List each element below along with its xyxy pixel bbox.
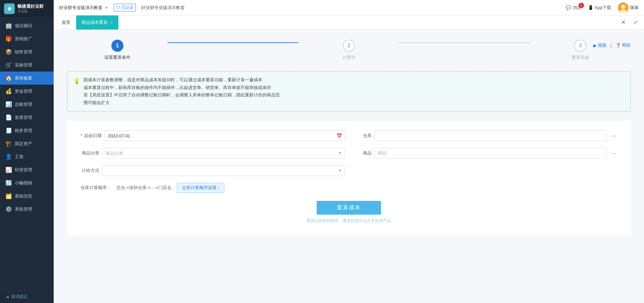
purchase-icon: 🛒 [5,62,12,68]
play-icon: ▶ [593,43,597,48]
username: 珠珠 [630,5,639,11]
field-goods: 商品 商品 ··· [353,148,617,159]
category-label: 商品分类 [80,150,99,156]
sidebar-item-accounting[interactable]: 📊 总账管理 [0,98,54,111]
account-selector[interactable]: 好业财专业版演示帐套 ▼ [59,5,108,11]
main-area: 好业财专业版演示帐套 ▼ 🛡 已认证 好业财专业版演示帐套 💬 消息 1 📱 A… [54,0,644,303]
message-button[interactable]: 💬 消息 1 [566,5,581,11]
info-text: 因成本计算参数调整，或是对商品成本有疑问时，可以通过成本重算功能，重新计算一遍成… [84,76,280,106]
inventory-icon: 🏠 [5,75,12,81]
sidebar-item-label: 采购管理 [15,62,32,68]
steps-actions: ▶ 视频 | ❓ 帮助 [593,42,631,48]
topbar-actions: 💬 消息 1 📱 App下载 珠珠 [566,2,639,13]
warehouse-order-btn[interactable]: 仓库计算顺序设置 › [177,183,224,193]
shield-icon: 🛡 [116,5,120,10]
help-icon: ❓ [615,43,621,48]
sidebar-item-label: 工资 [15,154,23,160]
price-method-select[interactable] [102,165,345,176]
expand-window-button[interactable]: ⤢ [631,18,640,27]
svg-point-3 [621,5,625,9]
sidebar-item-label: 发票管理 [15,115,32,121]
warehouse-input[interactable] [374,130,607,141]
steps-container: 1 设置重算条件 2 计算中 3 重算完成 ▶ 视频 [67,40,631,60]
sidebar-item-finance[interactable]: 💰 资金管理 [0,85,54,98]
sidebar-item-label: 税务管理 [15,128,32,134]
form-row-1: * 起始日期 📅 仓库 ··· [80,130,617,141]
tab-active-label: 商品成本重算 [82,19,108,26]
chevron-down-icon: ▼ [105,6,108,10]
sidebar-item-sales[interactable]: 📦 销售管理 [0,45,54,58]
tax-icon: 🧾 [5,127,12,134]
recalc-wrap: 重算成本 重算过程耗时较长，重算时您可以正常使用产品 [80,201,617,224]
help-link[interactable]: ❓ 帮助 [615,42,631,48]
user-profile[interactable]: 珠珠 [618,2,639,13]
sidebar-item-project[interactable]: 🏢 项目顾问 [0,19,54,32]
info-line-4: 围可能会扩大 [84,99,280,107]
app-subtitle: 专业版 [17,9,44,14]
sidebar-item-purchase[interactable]: 🛒 采购管理 [0,58,54,72]
assets-icon: 🏗️ [5,140,12,147]
unpin-label: 取消固定 [11,294,28,300]
info-icon: 💡 [73,77,80,106]
sidebar-item-management[interactable]: 📈 经营管理 [0,163,54,176]
sidebar-item-expense[interactable]: 🔄 小畅报销 [0,176,54,189]
step-2: 2 计算中 [299,40,399,60]
basic-icon: 🗂️ [5,193,12,199]
help-label: 帮助 [622,42,631,48]
form-row-3: 计价方式 ▼ [80,165,617,176]
account-name: 好业财专业版演示帐套 [59,5,103,11]
tab-close-icon[interactable]: × [110,20,113,25]
sidebar-item-payroll[interactable]: 👤 工资 [0,150,54,163]
calendar-icon[interactable]: 📅 [336,133,342,138]
sidebar-item-basic[interactable]: 🗂️ 基础信息 [0,189,54,203]
sidebar-item-tax[interactable]: 🧾 税务管理 [0,124,54,137]
sidebar: 畅 畅捷通好业财 专业版 🏢 项目顾问 🎁 营销推广 📦 销售管理 🛒 采购管理… [0,0,54,303]
close-window-button[interactable]: ✕ [619,18,628,27]
sidebar-item-marketing[interactable]: 🎁 营销推广 [0,32,54,45]
sidebar-item-label: 资金管理 [15,88,32,94]
info-box: 💡 因成本计算参数调整，或是对商品成本有疑问时，可以通过成本重算功能，重新计算一… [67,71,631,112]
warehouse-order-label: 仓库计算顺序： [80,185,111,191]
start-date-label: * 起始日期 [80,133,102,139]
sidebar-item-label: 销售管理 [15,49,32,55]
sidebar-item-system[interactable]: ⚙️ 系统管理 [0,203,54,216]
warehouse-dots-icon[interactable]: ··· [609,132,617,139]
message-badge: 1 [579,3,584,8]
field-price-method: 计价方式 ▼ [80,165,345,176]
management-icon: 📈 [5,167,12,173]
category-select-wrap: 商品分类 ▼ [102,148,345,159]
expense-icon: 🔄 [5,180,12,186]
recalc-button[interactable]: 重算成本 [317,201,381,215]
sidebar-item-label: 固定资产 [15,141,32,147]
start-date-input-wrap: 📅 [104,130,345,141]
category-select[interactable]: 商品分类 [102,148,345,159]
goods-dots-icon[interactable]: ··· [609,150,617,157]
warehouse-order-btn-label: 仓库计算顺序设置 [182,185,217,191]
sidebar-footer[interactable]: ◄ 取消固定 [0,290,54,303]
project-icon: 🏢 [5,23,12,29]
goods-label: 商品 [353,150,372,156]
verified-label: 已认证 [121,5,133,10]
tab-home[interactable]: 首页 [56,15,76,30]
goods-input[interactable]: 商品 [374,148,607,159]
sidebar-item-label: 基础信息 [15,193,32,199]
sidebar-item-assets[interactable]: 🏗️ 固定资产 [0,137,54,150]
app-download-button[interactable]: 📱 App下载 [588,5,611,11]
sidebar-item-invoice[interactable]: 📄 发票管理 [0,111,54,124]
tab-cost-recalc[interactable]: 商品成本重算 × [76,15,118,30]
sales-icon: 📦 [5,49,12,55]
sidebar-item-inventory[interactable]: 🏠 库存核算 [0,72,54,85]
step-1-circle: 1 [111,40,123,52]
step-2-label: 计算中 [342,54,356,60]
warehouse-order-value: 总仓->深圳仓库->...->门店仓 [116,185,171,191]
video-link[interactable]: ▶ 视频 [593,42,606,48]
tab-home-label: 首页 [62,19,70,26]
form-row-2: 商品分类 商品分类 ▼ 商品 商品 ··· [80,148,617,159]
start-date-input[interactable] [104,130,345,141]
tabs-right: ✕ ⤢ [619,18,644,27]
sidebar-item-label: 总账管理 [15,101,32,107]
step-line-1 [168,42,299,43]
sidebar-item-label: 系统管理 [15,206,32,212]
required-mark: * [80,133,82,138]
warehouse-order-btn-arrow: › [218,185,219,190]
